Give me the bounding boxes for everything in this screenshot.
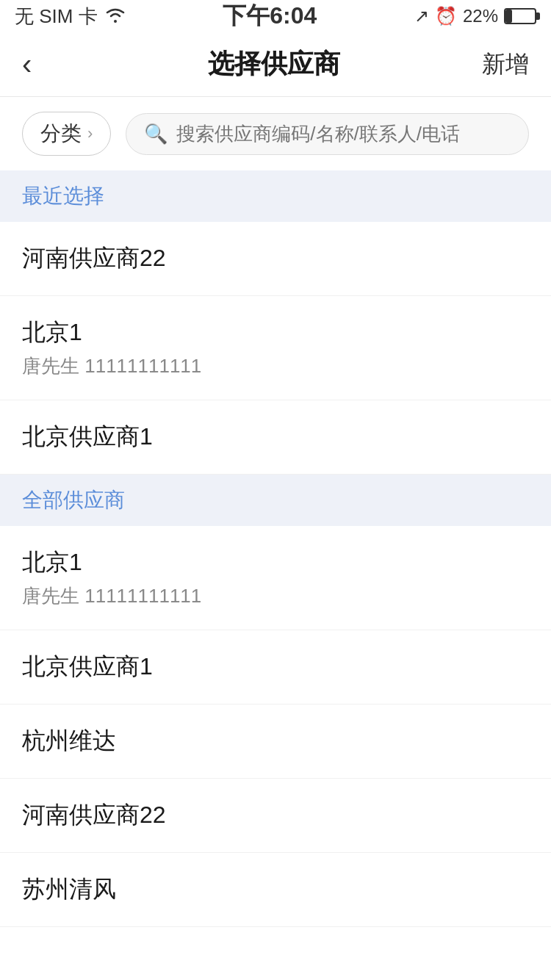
supplier-name: 杭州维达 — [22, 725, 529, 757]
sim-status: 无 SIM 卡 — [15, 4, 98, 29]
list-item[interactable]: 北京供应商1 — [0, 400, 551, 475]
category-button[interactable]: 分类 › — [22, 112, 111, 156]
supplier-contact: 唐先生 11111111111 — [22, 583, 529, 609]
list-item[interactable]: 北京1唐先生 11111111111 — [0, 526, 551, 630]
add-button[interactable]: 新增 — [482, 48, 529, 81]
battery-icon — [504, 8, 536, 24]
page-title: 选择供应商 — [208, 46, 340, 82]
section-header-all: 全部供应商 — [0, 475, 551, 526]
list-item[interactable]: 北京供应商1 — [0, 630, 551, 705]
chevron-right-icon: › — [87, 124, 93, 143]
wifi-icon — [105, 5, 126, 28]
list-item[interactable]: 河南供应商22 — [0, 779, 551, 853]
supplier-contact: 唐先生 11111111111 — [22, 353, 529, 379]
supplier-name: 北京供应商1 — [22, 421, 529, 453]
alarm-icon: ⏰ — [435, 6, 457, 26]
section-header-recent: 最近选择 — [0, 170, 551, 222]
status-right: ↗ ⏰ 22% — [414, 6, 536, 26]
search-box: 🔍 — [126, 113, 529, 155]
status-time: 下午6:04 — [223, 0, 317, 32]
battery-percent: 22% — [463, 6, 498, 26]
list-item[interactable]: 苏州清风 — [0, 853, 551, 927]
content-area: 最近选择河南供应商22北京1唐先生 11111111111北京供应商1全部供应商… — [0, 170, 551, 927]
supplier-name: 河南供应商22 — [22, 242, 529, 275]
status-left: 无 SIM 卡 — [15, 4, 126, 29]
location-icon: ↗ — [414, 6, 429, 26]
status-bar: 无 SIM 卡 下午6:04 ↗ ⏰ 22% — [0, 0, 551, 32]
search-icon: 🔍 — [144, 123, 168, 145]
supplier-name: 河南供应商22 — [22, 799, 529, 832]
list-item[interactable]: 北京1唐先生 11111111111 — [0, 296, 551, 400]
supplier-name: 苏州清风 — [22, 873, 529, 906]
nav-bar: ‹ 选择供应商 新增 — [0, 32, 551, 97]
supplier-name: 北京供应商1 — [22, 651, 529, 683]
category-label: 分类 — [40, 120, 82, 148]
filter-bar: 分类 › 🔍 — [0, 97, 551, 170]
back-button[interactable]: ‹ — [22, 48, 66, 81]
supplier-name: 北京1 — [22, 317, 529, 349]
search-input[interactable] — [176, 123, 511, 145]
list-item[interactable]: 河南供应商22 — [0, 222, 551, 296]
list-item[interactable]: 杭州维达 — [0, 705, 551, 779]
supplier-name: 北京1 — [22, 547, 529, 579]
